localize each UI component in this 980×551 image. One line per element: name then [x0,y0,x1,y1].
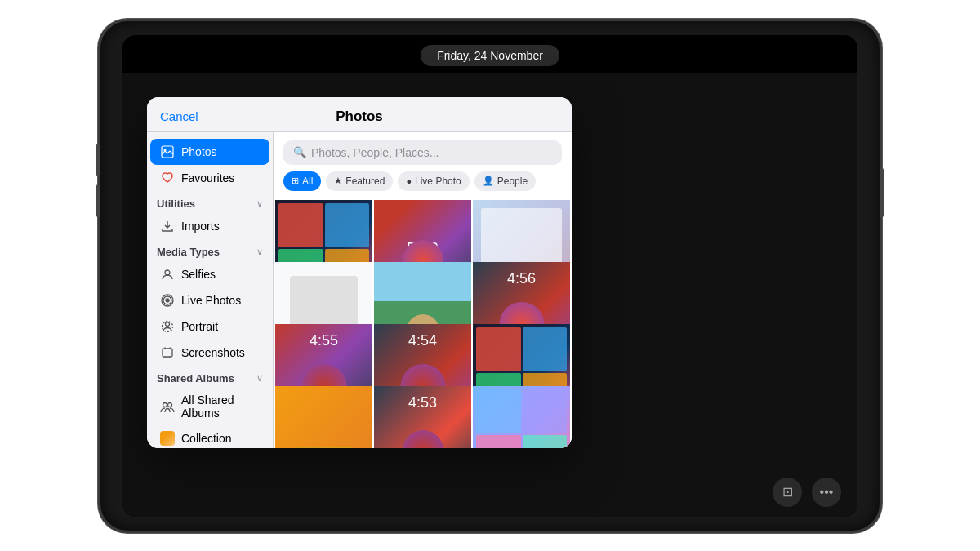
power-button[interactable] [880,168,884,217]
photo-10-inner: 4:54 [275,386,372,448]
people-label: People [497,176,528,187]
sidebar-item-imports[interactable]: Imports [150,213,270,239]
sidebar-item-selfies[interactable]: Selfies [150,261,270,287]
sidebar-item-photos[interactable]: Photos [150,139,270,165]
svg-rect-8 [163,349,172,357]
selfie-icon [160,267,175,282]
imports-label: Imports [181,220,220,233]
content-header: 🔍 Photos, People, Places... ⊞ All [274,132,572,198]
sidebar-item-collection[interactable]: Collection [150,425,270,448]
favourites-label: Favourites [181,171,234,184]
cancel-button[interactable]: Cancel [160,109,198,123]
ipad-device: Friday, 24 November ⊕ + ADD WIDGET ⊡ ••• [98,19,882,533]
photo-12-inner [473,386,570,448]
live-label: Live Photo [415,176,461,187]
shared-icon [160,399,175,414]
photos-icon [160,144,175,159]
all-label: All [302,176,313,187]
photo-item[interactable]: 4:54 [275,386,372,448]
media-types-chevron-icon: ∨ [256,247,263,257]
collection-thumb [160,431,175,446]
sidebar: Photos Favourites [147,132,274,448]
live-photo-icon [160,293,175,308]
modal-overlay: Cancel Photos [122,73,858,517]
photo-item[interactable] [473,386,570,448]
screenshots-label: Screenshots [181,346,245,359]
utilities-label: Utilities [157,198,195,210]
svg-point-9 [163,402,167,407]
media-types-section[interactable]: Media Types ∨ [147,239,273,261]
volume-down-button[interactable] [96,184,100,217]
import-icon [160,219,175,233]
featured-label: Featured [345,176,385,187]
svg-rect-0 [162,146,173,158]
sidebar-item-all-shared[interactable]: All Shared Albums [150,388,270,425]
svg-point-3 [166,299,169,302]
all-shared-label: All Shared Albums [181,393,260,420]
modal-title: Photos [336,109,383,125]
media-types-label: Media Types [157,246,220,258]
svg-point-2 [165,270,170,275]
sidebar-item-screenshots[interactable]: Screenshots [150,340,270,366]
date-display: Friday, 24 November [421,45,559,66]
filter-people[interactable]: 👤 People [474,171,536,191]
heart-icon [160,171,175,185]
modal-body: Photos Favourites [147,132,572,448]
filter-all[interactable]: ⊞ All [283,171,321,191]
collection-label: Collection [181,432,231,445]
shared-albums-chevron-icon: ∨ [256,373,263,384]
photos-modal: Cancel Photos [147,97,572,448]
live-photos-label: Live Photos [181,294,241,307]
grid-icon: ⊞ [292,176,299,186]
filter-chips: ⊞ All ★ Featured ● Live [283,171,562,191]
screenshot-icon [160,345,175,360]
modal-header: Cancel Photos [147,97,572,132]
ipad-screen: Friday, 24 November ⊕ + ADD WIDGET ⊡ ••• [122,35,858,517]
utilities-chevron-icon: ∨ [256,198,263,209]
portrait-label: Portrait [181,320,218,333]
photos-label: Photos [181,145,217,158]
svg-point-10 [168,402,172,407]
volume-up-button[interactable] [96,144,100,176]
search-icon: 🔍 [293,146,306,158]
home-screen: ⊕ + ADD WIDGET ⊡ ••• Cancel [122,73,858,517]
sidebar-item-favourites[interactable]: Favourites [150,165,270,191]
status-bar: Friday, 24 November [122,35,858,73]
selfies-label: Selfies [181,268,216,281]
sidebar-item-portrait[interactable]: Portrait [150,313,270,340]
svg-point-6 [166,322,170,326]
filter-live[interactable]: ● Live Photo [398,171,469,191]
sidebar-item-live-photos[interactable]: Live Photos [150,287,270,313]
photo-11-inner: 4:53 [374,386,471,448]
people-icon: 👤 [483,176,494,186]
utilities-section[interactable]: Utilities ∨ [147,191,273,213]
photo-grid: 5:02 [274,198,572,448]
shared-albums-section[interactable]: Shared Albums ∨ [147,366,273,388]
filter-featured[interactable]: ★ Featured [326,171,393,191]
photo-item[interactable]: 4:53 [374,386,471,448]
search-input[interactable]: Photos, People, Places... [311,146,439,159]
photo-content-area: 🔍 Photos, People, Places... ⊞ All [274,132,572,448]
portrait-icon [160,319,175,334]
star-icon: ★ [334,176,342,186]
search-bar[interactable]: 🔍 Photos, People, Places... [283,140,562,165]
live-icon: ● [406,176,412,186]
shared-albums-label: Shared Albums [157,372,234,384]
